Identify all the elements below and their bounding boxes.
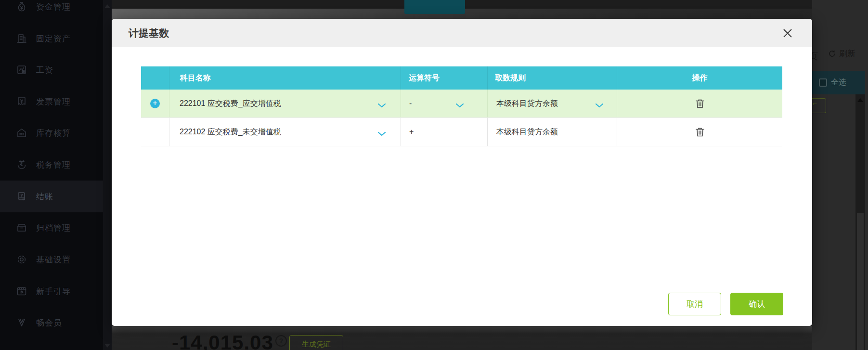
accrual-base-dialog: 计提基数 科目名称 运算符号 取数规则 操作 +222101 应交税费_应交增值… [112,19,812,326]
dimmed-button-fragment: ⌐ [812,98,826,113]
sidebar-item-8[interactable]: 归档管理 [0,212,103,244]
sidebar-item-label: 结账 [36,191,53,202]
row-add-cell: + [141,90,169,117]
operator-dropdown[interactable]: - [401,90,488,117]
chevron-down-icon[interactable] [455,101,464,106]
column-header-operator: 运算符号 [401,66,488,90]
gear-icon [16,254,27,265]
sidebar-item-4[interactable]: 发票管理 [0,86,103,117]
sidebar-item-label: 税务管理 [36,159,71,170]
sidebar-item-label: 发票管理 [36,96,71,107]
generate-voucher-button[interactable]: 生成凭证 [289,335,343,350]
select-all-label: 全选 [831,78,846,88]
sidebar-item-label: 畅会员 [36,317,62,328]
sidebar-item-1[interactable]: 资金管理 [0,0,103,23]
salary-report-icon [16,64,27,76]
refresh-label: 刷新 [839,48,855,59]
column-header-actions: 操作 [617,66,782,90]
chevron-down-icon[interactable] [377,130,386,134]
column-header-subject: 科目名称 [169,66,401,90]
dialog-title: 计提基数 [129,19,169,47]
guide-play-icon [16,285,27,297]
sidebar-item-2[interactable]: 固定资产 [0,23,103,54]
actions-cell [617,118,782,146]
sidebar-item-7[interactable]: 结账 [0,181,103,212]
sidebar-item-10[interactable]: 新手引导 [0,275,103,307]
row-add-cell [141,118,169,146]
sidebar-item-label: 固定资产 [36,33,71,44]
sidebar-item-label: 归档管理 [36,222,71,233]
closing-book-icon [16,191,27,202]
dialog-header: 计提基数 [112,19,812,47]
sidebar-item-label: 新手引导 [36,286,71,297]
refresh-button[interactable]: 刷新 [828,48,855,59]
warehouse-icon [16,127,27,139]
accrual-table: 科目名称 运算符号 取数规则 操作 +222101 应交税费_应交增值税-本级科… [141,66,782,146]
sidebar-item-label: 基础设置 [36,254,71,265]
rule-dropdown[interactable]: 本级科目贷方余额 [488,118,617,146]
sidebar-item-3[interactable]: 工资 [0,54,103,86]
table-header-row: 科目名称 运算符号 取数规则 操作 [141,66,782,90]
actions-cell [617,90,782,117]
sidebar-scroll-down-icon[interactable] [104,344,110,348]
sidebar-item-6[interactable]: 税务管理 [0,149,103,181]
chevron-down-icon[interactable] [595,101,604,106]
column-header-add [141,66,169,90]
sidebar-item-label: 工资 [36,65,53,76]
sidebar-item-label: 库存核算 [36,128,71,139]
column-header-rule: 取数规则 [488,66,617,90]
archive-icon [16,222,27,233]
vip-v-icon [16,317,27,328]
operator-dropdown[interactable]: + [401,118,488,146]
dimmed-teal-button [404,0,465,14]
delete-row-button[interactable] [695,126,705,138]
add-row-button[interactable]: + [150,99,160,108]
subject-dropdown[interactable]: 222102 应交税费_未交增值税 [169,118,401,146]
sidebar: 资金管理固定资产工资发票管理库存核算税务管理结账归档管理基础设置新手引导畅会员 [0,0,103,350]
money-bag-icon [16,1,27,13]
table-row: +222101 应交税费_应交增值税-本级科目贷方余额 [141,90,782,118]
table-row: 222102 应交税费_未交增值税+本级科目贷方余额 [141,118,782,146]
sidebar-item-9[interactable]: 基础设置 [0,244,103,275]
chevron-down-icon[interactable] [377,101,386,106]
screen: 页 刷新 全选 ⌐ -14,015.03 ? 生成凭证 资金管理固定资产工资发票… [0,0,868,350]
sidebar-item-label: 资金管理 [36,1,71,13]
cancel-button[interactable]: 取消 [668,293,721,315]
help-icon[interactable]: ? [275,335,287,347]
close-icon[interactable] [782,28,793,39]
rule-dropdown[interactable]: 本级科目贷方余额 [488,90,617,117]
page-scrollbar-thumb[interactable] [857,213,864,350]
tax-icon [16,159,27,170]
total-amount-value: -14,015.03 [172,331,273,350]
table-body: +222101 应交税费_应交增值税-本级科目贷方余额222102 应交税费_未… [141,90,782,146]
invoice-icon [16,96,27,107]
sidebar-scrollbar[interactable] [103,0,112,350]
scroll-up-arrow-icon[interactable] [857,98,863,102]
subject-dropdown[interactable]: 222101 应交税费_应交增值税 [169,90,401,117]
sidebar-item-5[interactable]: 库存核算 [0,117,103,149]
refresh-icon [828,50,836,58]
delete-row-button[interactable] [695,98,705,109]
confirm-button[interactable]: 确认 [730,293,783,315]
select-all-checkbox[interactable] [819,78,827,87]
sidebar-item-11[interactable]: 畅会员 [0,307,103,338]
sidebar-scroll-up-icon[interactable] [104,4,110,8]
select-all-bar: 全选 [812,71,865,94]
building-icon [16,33,27,44]
